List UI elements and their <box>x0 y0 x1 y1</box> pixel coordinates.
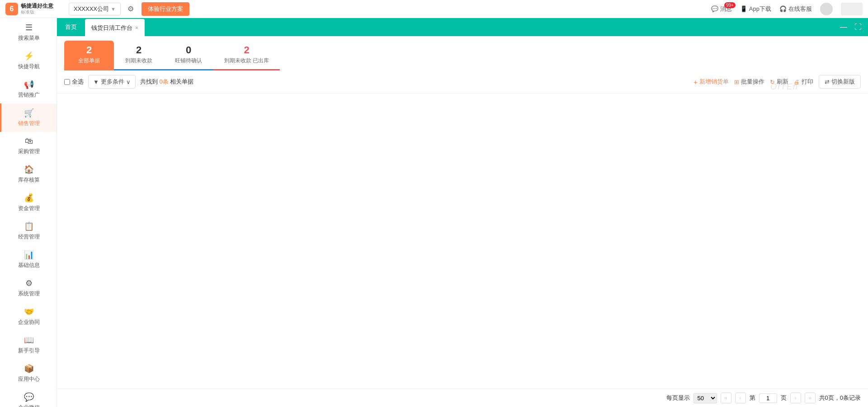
avatar[interactable] <box>820 3 833 15</box>
sidebar-item-app-center[interactable]: 📦 应用中心 <box>0 359 57 388</box>
chevron-down-icon: ▼ <box>111 6 116 12</box>
message-icon: 💬 <box>711 5 718 12</box>
per-page-select[interactable]: 50 100 200 <box>693 393 717 403</box>
online-service-btn[interactable]: 🎧 在线客服 <box>779 5 812 13</box>
print-icon: 🖨 <box>794 79 800 85</box>
filter-icon: ▼ <box>93 79 99 85</box>
batch-op-btn[interactable]: ⊞ 批量操作 <box>734 78 764 86</box>
sidebar-item-quick-nav[interactable]: ⚡ 快捷导航 <box>0 47 57 75</box>
tab-minimize-btn[interactable]: — <box>838 22 849 33</box>
stat-num-pending: 0 <box>175 44 203 56</box>
per-page-label: 每页显示 <box>666 394 690 402</box>
stat-label-all: 全部单据 <box>75 57 103 65</box>
enterprise-icon: 🤝 <box>24 307 34 317</box>
page-label: 第 <box>750 394 755 402</box>
refresh-icon: ↻ <box>770 79 775 85</box>
tab-close-icon[interactable]: × <box>135 25 138 31</box>
tab-home[interactable]: 首页 <box>57 18 85 36</box>
settings-icon[interactable]: ⚙ <box>124 3 137 15</box>
basic-info-icon: 📊 <box>24 250 34 260</box>
select-all-checkbox[interactable]: 全选 <box>64 78 84 86</box>
sidebar-label: 应用中心 <box>18 375 40 383</box>
sidebar-item-system[interactable]: ⚙ 系统管理 <box>0 274 57 302</box>
user-name-area <box>841 3 863 15</box>
sidebar-item-enterprise[interactable]: 🤝 企业协同 <box>0 302 57 331</box>
sidebar-label: 系统管理 <box>18 290 40 298</box>
sidebar-item-purchase[interactable]: 🛍 采购管理 <box>0 132 57 160</box>
service-icon: 🎧 <box>779 5 787 12</box>
sidebar-item-basic-info[interactable]: 📊 基础信息 <box>0 245 57 274</box>
stat-tab-overdue-out[interactable]: 2 到期未收款 已出库 <box>213 41 280 70</box>
stats-tabs: 2 全部单据 2 到期未收款 0 旺铺待确认 2 到期未收款 已出库 <box>57 36 868 70</box>
sidebar-item-search-menu[interactable]: ☰ 搜索菜单 <box>0 18 57 47</box>
stat-num-overdue: 2 <box>125 44 153 56</box>
select-all-input[interactable] <box>64 79 70 85</box>
prev-page-btn[interactable]: ‹ <box>735 393 746 403</box>
sidebar-label: 采购管理 <box>18 148 40 155</box>
sidebar-item-marketing[interactable]: 📢 营销推广 <box>0 75 57 103</box>
refresh-btn[interactable]: ↻ 刷新 <box>770 78 788 86</box>
guide-icon: 📖 <box>24 335 34 345</box>
trial-button[interactable]: 体验行业方案 <box>142 2 189 16</box>
top-bar: 6 畅捷通好生意 标准版 XXXXXX公司 ▼ ⚙ 体验行业方案 💬 消息 99… <box>0 0 868 18</box>
operation-icon: 📋 <box>24 221 34 231</box>
page-suffix: 页 <box>781 394 787 402</box>
stat-tab-overdue[interactable]: 2 到期未收款 <box>114 41 164 70</box>
sidebar-label: 企业协同 <box>18 318 40 326</box>
sidebar-label: 基础信息 <box>18 262 40 269</box>
main-layout: ☰ 搜索菜单 ⚡ 快捷导航 📢 营销推广 🛒 销售管理 🛍 采购管理 🏠 库存核… <box>0 18 868 407</box>
stat-tab-all[interactable]: 2 全部单据 <box>64 41 114 70</box>
inventory-icon: 🏠 <box>24 164 34 174</box>
search-menu-icon: ☰ <box>25 23 33 33</box>
sidebar-item-guide[interactable]: 📖 新手引导 <box>0 331 57 359</box>
content-area: 首页 钱货日清工作台 × — ⛶ 2 全部单据 2 到期未收款 <box>57 18 868 407</box>
next-page-btn[interactable]: › <box>790 393 801 403</box>
marketing-icon: 📢 <box>24 80 34 89</box>
print-btn[interactable]: 🖨 打印 <box>794 78 813 86</box>
sidebar: ☰ 搜索菜单 ⚡ 快捷导航 📢 营销推广 🛒 销售管理 🛍 采购管理 🏠 库存核… <box>0 18 57 407</box>
add-sale-order-btn[interactable]: + 新增销货单 <box>693 78 729 86</box>
app-download-btn[interactable]: 📱 App下载 <box>740 5 771 13</box>
message-badge: 99+ <box>724 2 736 8</box>
logo-icon: 6 <box>5 3 18 15</box>
sidebar-item-wechat[interactable]: 💬 企业微信 <box>0 388 57 407</box>
sidebar-item-sales[interactable]: 🛒 销售管理 <box>0 103 57 132</box>
system-icon: ⚙ <box>25 278 33 288</box>
pagination-bar: 每页显示 50 100 200 « ‹ 第 页 › » 共0页，0条记录 <box>57 388 868 407</box>
stat-tab-pending[interactable]: 0 旺铺待确认 <box>164 41 213 70</box>
plus-icon: + <box>693 78 698 86</box>
found-text: 共找到 0条 相关单据 <box>140 78 193 86</box>
logo-sub: 标准版 <box>21 9 53 15</box>
sidebar-label: 营销推广 <box>18 91 40 99</box>
last-page-btn[interactable]: » <box>805 393 816 403</box>
wechat-icon: 💬 <box>24 392 34 402</box>
stat-label-pending: 旺铺待确认 <box>175 57 203 65</box>
tab-bar-right: — ⛶ <box>838 22 868 33</box>
sidebar-label: 销售管理 <box>18 120 40 127</box>
batch-icon: ⊞ <box>734 79 739 85</box>
switch-icon: ⇄ <box>825 79 830 85</box>
stat-label-overdue: 到期未收款 <box>125 57 153 65</box>
sidebar-item-operation[interactable]: 📋 经营管理 <box>0 217 57 245</box>
page-number-input[interactable] <box>759 393 777 403</box>
chevron-down-icon: ∨ <box>126 79 131 85</box>
tab-maximize-btn[interactable]: ⛶ <box>853 22 863 33</box>
sidebar-label: 库存核算 <box>18 176 40 184</box>
logo-area: 6 畅捷通好生意 标准版 <box>5 3 60 15</box>
table-area <box>57 94 868 388</box>
message-btn[interactable]: 💬 消息 99+ <box>711 5 732 13</box>
found-count: 0条 <box>160 78 169 85</box>
sidebar-label: 新手引导 <box>18 347 40 355</box>
sales-icon: 🛒 <box>24 108 34 118</box>
top-right: 💬 消息 99+ 📱 App下载 🎧 在线客服 <box>711 3 863 15</box>
switch-new-version-btn[interactable]: ⇄ 切换新版 <box>819 75 861 89</box>
company-selector[interactable]: XXXXXX公司 ▼ <box>69 3 121 15</box>
filter-button[interactable]: ▼ 更多条件 ∨ <box>88 75 136 89</box>
stat-num-all: 2 <box>75 44 103 56</box>
sidebar-item-inventory[interactable]: 🏠 库存核算 <box>0 160 57 188</box>
page-content: 2 全部单据 2 到期未收款 0 旺铺待确认 2 到期未收款 已出库 <box>57 36 868 407</box>
sidebar-item-finance[interactable]: 💰 资金管理 <box>0 188 57 217</box>
purchase-icon: 🛍 <box>25 136 33 146</box>
tab-active[interactable]: 钱货日清工作台 × <box>85 19 145 37</box>
first-page-btn[interactable]: « <box>721 393 731 403</box>
